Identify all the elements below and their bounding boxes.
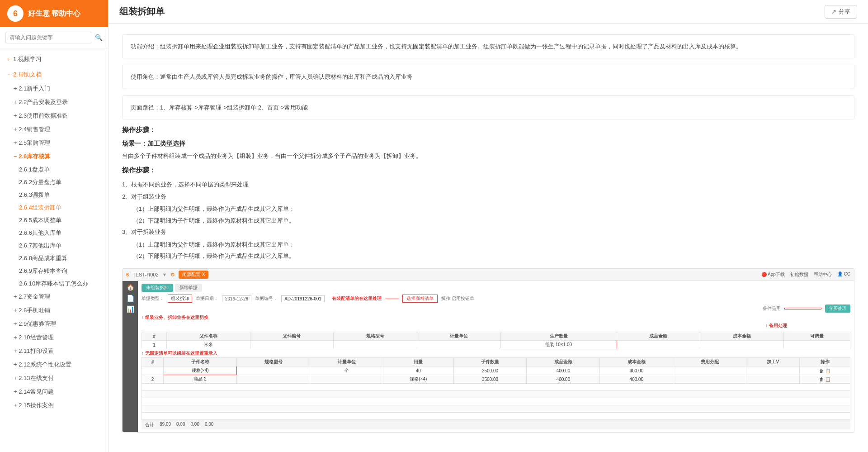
sidebar-item-video[interactable]: + 1.视频学习 — [0, 52, 108, 67]
logo: 6 — [7, 5, 24, 22]
step1: 1、根据不同的业务，选择不同单据的类型来处理 — [122, 179, 854, 190]
sidebar-item-261[interactable]: 2.6.1盘点单 — [0, 163, 108, 176]
sidebar-item-215[interactable]: + 2.15操作案例 — [0, 399, 108, 412]
sidebar-item-213[interactable]: + 2.13在线支付 — [0, 371, 108, 385]
sidebar-item-264[interactable]: 2.6.4组装拆卸单 — [0, 201, 108, 214]
screenshot-inner: 6 TEST-H002 ▼ ⚙ 闭源配置-X 🔴 App下载 初始数据 帮助中心… — [123, 269, 854, 432]
table-row — [142, 413, 850, 420]
ss-ops-label: 操作 启用按钮单 — [441, 295, 474, 302]
table-row: 规格(×4) 个 40 3500.00 400.00 400.00 � — [142, 366, 850, 375]
step2-1: （1）上部明细为父件明细，最终作为产成品生成其它入库单； — [122, 204, 854, 214]
table-row — [142, 405, 850, 413]
ss-body: 🏠 📄 📊 未组装拆卸 新增单据 单据类型： — [123, 281, 854, 432]
sidebar-item-267[interactable]: 2.6.7其他出库单 — [0, 239, 108, 252]
expand-icon: + — [7, 56, 10, 62]
table-row — [142, 384, 850, 391]
ss-spare-field[interactable] — [784, 308, 821, 309]
sidebar-item-262[interactable]: 2.6.2分量盘点单 — [0, 176, 108, 189]
ss-process-btn[interactable]: 立买处理 — [825, 305, 850, 313]
sidebar-header: 6 好生意 帮助中心 — [0, 0, 108, 27]
sidebar-item-214[interactable]: + 2.14常见问题 — [0, 385, 108, 399]
ss-tabs: 未组装拆卸 新增单据 — [142, 284, 850, 292]
sidebar-item-212[interactable]: + 2.12系统个性化设置 — [0, 358, 108, 371]
sidebar-item-263[interactable]: 2.6.3调拨单 — [0, 189, 108, 201]
sidebar-item-25[interactable]: + 2.5采购管理 — [0, 136, 108, 150]
search-icon[interactable]: 🔍 — [95, 34, 103, 41]
ss-spare-label: 备件品用 — [763, 305, 781, 312]
ss-icons: 🔴 App下载 初始数据 帮助中心 👤 CC — [761, 271, 850, 278]
ss-spare-row: 备件品用 立买处理 — [142, 305, 850, 313]
scene1-desc: 当由多个子件材料组装成一个成品的业务为【组装】业务，当由一个父件拆分成多个子产品… — [122, 151, 854, 161]
path-text: 页面路径：1、库存核算->库存管理->组装拆卸单 2、首页->常用功能 — [131, 102, 846, 113]
intro-text: 功能介绍：组装拆卸单用来处理企业组装或拆卸等加工业务，支持有固定装配清单的产品加… — [131, 41, 846, 52]
sidebar: 6 好生意 帮助中心 🔍 + 1.视频学习 − 2.帮助文档 + 2.1新手入门 — [0, 0, 108, 452]
ss-home-icon: 🏠 — [127, 284, 134, 291]
sidebar-item-268[interactable]: 2.6.8商品成本重算 — [0, 252, 108, 265]
sidebar-item-22[interactable]: + 2.2产品安装及登录 — [0, 95, 108, 109]
search-box: 🔍 — [0, 27, 108, 48]
ss-type-field[interactable]: 组装拆卸 — [168, 295, 192, 303]
annotation-type-select: ↑ 组装业务、拆卸业务在这里切换 — [142, 314, 850, 321]
annotation-line — [385, 299, 399, 299]
ss-left-sidebar: 🏠 📄 📊 — [123, 281, 138, 432]
sidebar-item-265[interactable]: 2.6.5成本调整单 — [0, 214, 108, 227]
path-block: 页面路径：1、库存核算->库存管理->组装拆卸单 2、首页->常用功能 — [122, 95, 854, 119]
sidebar-item-266[interactable]: 2.6.6其他入库单 — [0, 227, 108, 239]
sidebar-item-27[interactable]: + 2.7资金管理 — [0, 290, 108, 304]
ss-date-label: 单据日期： — [196, 295, 218, 302]
ss-settings-icon: ⚙ — [170, 272, 175, 278]
sidebar-item-21[interactable]: + 2.1新手入门 — [0, 82, 108, 95]
page-title: 组装拆卸单 — [119, 5, 165, 18]
role-text: 使用角色：通常由生产人员或库管人员完成拆装业务的操作，库管人员确认原材料的出库和… — [131, 71, 846, 82]
sidebar-item-26[interactable]: − 2.6库存核算 — [0, 150, 108, 163]
ss-bottom-bar: 合计 89.00 0.00 0.00 0.00 — [142, 420, 850, 429]
ss-dropdown-icon: ▼ — [162, 272, 167, 277]
role-block: 使用角色：通常由生产人员或库管人员完成拆装业务的操作，库管人员确认原材料的出库和… — [122, 65, 854, 89]
annotation-spare: ↑ 备用处理 — [142, 323, 850, 329]
table-row — [142, 398, 850, 405]
ss-form-row1: 单据类型： 组装拆卸 单据日期： 2019-12-26 单据编号： AD-201… — [142, 295, 850, 303]
ss-main-content: 未组装拆卸 新增单据 单据类型： 组装拆卸 单据日期： 2019-12-26 单… — [138, 281, 854, 432]
ss-select-btn[interactable]: 选择商料清单 — [402, 295, 438, 303]
search-input[interactable] — [5, 32, 92, 43]
collapse-icon: − — [7, 71, 10, 78]
ss-doc-icon: 📄 — [127, 295, 134, 302]
ss-topbar: 6 TEST-H002 ▼ ⚙ 闭源配置-X 🔴 App下载 初始数据 帮助中心… — [123, 269, 854, 281]
annotation-autofill: ↑ 无固定清单可以组装在这里置重录入 — [142, 350, 850, 357]
sidebar-item-2610[interactable]: 2.6.10库存账本错了怎么办 — [0, 277, 108, 290]
sidebar-item-23[interactable]: + 2.3使用前数据准备 — [0, 109, 108, 123]
nav-section-video: + 1.视频学习 — [0, 52, 108, 67]
ss-chart-icon: 📊 — [127, 305, 134, 313]
operations-title: 操作步骤： — [122, 126, 854, 134]
nav-list: + 1.视频学习 − 2.帮助文档 + 2.1新手入门 + 2.2产品安装及登录… — [0, 48, 108, 452]
ss-tab-new[interactable]: 新增单据 — [175, 284, 202, 292]
ss-code: TEST-H002 — [132, 272, 158, 277]
ss-logo: 6 — [126, 272, 129, 277]
top-bar: 组装拆卸单 ↗ 分享 — [108, 0, 868, 24]
ss-tag[interactable]: 闭源配置-X — [179, 271, 208, 279]
step3: 3、对于拆装业务 — [122, 227, 854, 237]
sidebar-item-29[interactable]: + 2.9优惠券管理 — [0, 317, 108, 331]
sidebar-item-24[interactable]: + 2.4销售管理 — [0, 123, 108, 136]
sidebar-item-docs[interactable]: − 2.帮助文档 — [0, 67, 108, 82]
table-row — [142, 391, 850, 398]
ss-lower-table: # 子件名称 规格型号 计量单位 用量 子件数量 成品金额 成本金额 费用分配 — [142, 357, 850, 420]
main-area: 组装拆卸单 ↗ 分享 功能介绍：组装拆卸单用来处理企业组装或拆卸等加工业务，支持… — [108, 0, 868, 452]
content-area: 功能介绍：组装拆卸单用来处理企业组装或拆卸等加工业务，支持有固定装配清单的产品加… — [108, 24, 868, 452]
nav-section-docs: − 2.帮助文档 + 2.1新手入门 + 2.2产品安装及登录 + 2.3使用前… — [0, 67, 108, 412]
ss-num-field[interactable]: AD-20191226-001 — [281, 295, 325, 302]
step3-1: （1）上部明细为父件明细，最终作为原材料生成其它出库单； — [122, 239, 854, 250]
sidebar-item-210[interactable]: + 2.10经营管理 — [0, 331, 108, 344]
sidebar-item-269[interactable]: 2.6.9库存账本查询 — [0, 265, 108, 277]
ss-tab-active[interactable]: 未组装拆卸 — [142, 284, 173, 292]
share-button[interactable]: ↗ 分享 — [825, 5, 857, 19]
sidebar-item-211[interactable]: + 2.11打印设置 — [0, 344, 108, 358]
annotation-assembly: 有装配清单的在这里处理 — [332, 295, 382, 302]
intro-block: 功能介绍：组装拆卸单用来处理企业组装或拆卸等加工业务，支持有固定装配清单的产品加… — [122, 34, 854, 58]
sidebar-item-28[interactable]: + 2.8手机旺铺 — [0, 304, 108, 317]
screenshot-container: 6 TEST-H002 ▼ ⚙ 闭源配置-X 🔴 App下载 初始数据 帮助中心… — [122, 268, 854, 433]
ss-date-field[interactable]: 2019-12-26 — [222, 295, 251, 302]
scene1-title: 场景一：加工类型选择 — [122, 140, 854, 148]
ss-upper-table: # 父件名称 父件编号 规格型号 计量单位 生产数量 成品金额 成本金额 可调量 — [142, 332, 850, 349]
ss-num-label: 单据编号： — [255, 295, 278, 302]
